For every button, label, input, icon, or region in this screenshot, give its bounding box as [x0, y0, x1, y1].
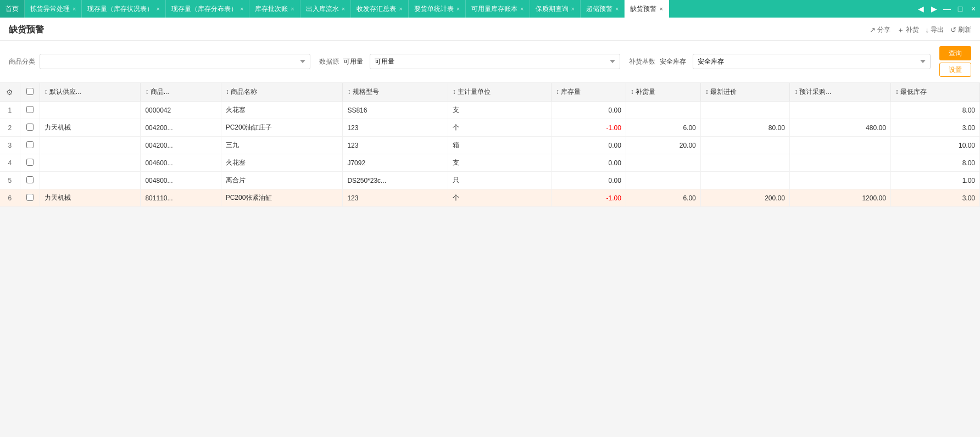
- tab-close-7[interactable]: ×: [456, 5, 460, 12]
- tab-item-4[interactable]: 库存批次账×: [249, 0, 300, 18]
- row-checkbox-5[interactable]: [26, 194, 34, 201]
- share-button[interactable]: ↗ 分享: [870, 25, 890, 35]
- cell-product-name: 火花塞: [221, 154, 343, 172]
- tab-close-10[interactable]: ×: [615, 5, 619, 12]
- main-content: 缺货预警 ↗ 分享 ＋ 补货 ↓ 导出 ↺ 刷新 商品分类: [0, 18, 980, 207]
- tab-item-5[interactable]: 出入库流水×: [300, 0, 351, 18]
- tab-item-9[interactable]: 保质期查询×: [530, 0, 581, 18]
- tab-close-11[interactable]: ×: [659, 5, 662, 12]
- window-close[interactable]: ×: [967, 0, 980, 18]
- th-latest-price[interactable]: ↕ 最新进价: [700, 83, 789, 102]
- restock-base-filter: 补货基数 安全库存 安全库存: [629, 54, 931, 69]
- tab-item-6[interactable]: 收发存汇总表×: [351, 0, 408, 18]
- window-minimize[interactable]: —: [940, 0, 954, 18]
- commodity-class-label: 商品分类: [9, 57, 35, 66]
- tab-close-5[interactable]: ×: [342, 5, 345, 12]
- tab-item-8[interactable]: 可用量库存账本×: [466, 0, 530, 18]
- th-estimated-purchase[interactable]: ↕ 预计采购...: [789, 83, 890, 102]
- cell-unit: 支: [448, 102, 551, 119]
- th-stock[interactable]: ↕ 库存量: [551, 83, 626, 102]
- th-product-code-label: 商品...: [151, 88, 169, 96]
- tab-scroll-next[interactable]: ▶: [927, 0, 940, 18]
- cell-estimated-purchase: 1200.00: [789, 189, 890, 207]
- restock-base-select[interactable]: 安全库存: [693, 54, 931, 69]
- restock-button[interactable]: ＋ 补货: [897, 25, 919, 35]
- cell-estimated-purchase: [789, 137, 890, 154]
- column-settings-icon[interactable]: ⚙: [6, 88, 13, 97]
- th-restock-qty[interactable]: ↕ 补货量: [626, 83, 700, 102]
- cell-restock-qty: 6.00: [626, 119, 700, 137]
- tab-close-2[interactable]: ×: [156, 5, 159, 12]
- tab-item-10[interactable]: 超储预警×: [581, 0, 625, 18]
- th-settings: ⚙: [0, 83, 20, 102]
- tab-close-4[interactable]: ×: [291, 5, 294, 12]
- tab-close-3[interactable]: ×: [240, 5, 243, 12]
- cell-stock: 0.00: [551, 137, 626, 154]
- settings-button[interactable]: 设置: [939, 63, 971, 77]
- tab-item-2[interactable]: 现存量（库存状况表）×: [82, 0, 165, 18]
- data-source-value: 可用量: [343, 57, 363, 66]
- cell-restock-qty: 6.00: [626, 189, 700, 207]
- cell-product-name: 火花塞: [221, 102, 343, 119]
- restock-base-value: 安全库存: [660, 57, 686, 66]
- tab-item-11[interactable]: 缺货预警×: [625, 0, 669, 18]
- th-product-name-label: 商品名称: [231, 88, 257, 96]
- th-unit[interactable]: ↕ 主计量单位: [448, 83, 551, 102]
- tab-item-3[interactable]: 现存量（库存分布表）×: [166, 0, 249, 18]
- cell-latest-price: 200.00: [700, 189, 789, 207]
- cell-unit: 箱: [448, 137, 551, 154]
- cell-product-name: 三九: [221, 137, 343, 154]
- commodity-class-select[interactable]: [40, 54, 310, 69]
- export-button[interactable]: ↓ 导出: [926, 25, 944, 35]
- header-actions: ↗ 分享 ＋ 补货 ↓ 导出 ↺ 刷新: [870, 25, 972, 35]
- select-all-checkbox[interactable]: [26, 88, 34, 95]
- cell-default-supplier: [40, 102, 141, 119]
- cell-spec: SS816: [343, 102, 448, 119]
- tab-close-8[interactable]: ×: [520, 5, 524, 12]
- tab-scroll-prev[interactable]: ◀: [914, 0, 927, 18]
- th-estimated-purchase-label: 预计采购...: [799, 88, 831, 96]
- th-spec[interactable]: ↕ 规格型号: [343, 83, 448, 102]
- cell-min-stock: 3.00: [890, 189, 979, 207]
- th-product-code[interactable]: ↕ 商品...: [141, 83, 221, 102]
- cell-spec: 123: [343, 119, 448, 137]
- window-maximize[interactable]: □: [954, 0, 967, 18]
- data-source-select[interactable]: 可用量: [370, 54, 621, 69]
- row-checkbox-4[interactable]: [26, 176, 34, 183]
- tab-close-9[interactable]: ×: [571, 5, 575, 12]
- cell-default-supplier: 力天机械: [40, 119, 141, 137]
- tab-item-7[interactable]: 要货单统计表×: [409, 0, 466, 18]
- th-product-name[interactable]: ↕ 商品名称: [221, 83, 343, 102]
- row-checkbox-2[interactable]: [26, 141, 34, 148]
- tab-item-0[interactable]: 首页: [0, 0, 25, 18]
- cell-unit: 个: [448, 119, 551, 137]
- th-default-supplier-label: 默认供应...: [49, 88, 81, 96]
- cell-product-code: 0000042: [141, 102, 221, 119]
- th-default-supplier[interactable]: ↕ 默认供应...: [40, 83, 141, 102]
- cell-default-supplier: [40, 154, 141, 172]
- row-checkbox-0[interactable]: [26, 106, 34, 113]
- cell-checkbox: [20, 189, 40, 207]
- refresh-button[interactable]: ↺ 刷新: [950, 25, 971, 35]
- cell-product-name: PC200油缸庄子: [221, 119, 343, 137]
- page-title: 缺货预警: [9, 24, 44, 36]
- row-checkbox-3[interactable]: [26, 159, 34, 166]
- cell-spec: 123: [343, 137, 448, 154]
- cell-latest-price: [700, 137, 789, 154]
- cell-row-num: 5: [0, 172, 20, 189]
- tab-item-1[interactable]: 拣货异常处理×: [25, 0, 82, 18]
- row-checkbox-1[interactable]: [26, 124, 34, 131]
- tab-close-6[interactable]: ×: [399, 5, 402, 12]
- cell-restock-qty: [626, 102, 700, 119]
- th-min-stock[interactable]: ↕ 最低库存: [890, 83, 979, 102]
- cell-min-stock: 3.00: [890, 119, 979, 137]
- cell-checkbox: [20, 137, 40, 154]
- share-icon: ↗: [870, 26, 876, 34]
- th-stock-label: 库存量: [561, 88, 581, 96]
- cell-spec: 123: [343, 189, 448, 207]
- cell-min-stock: 8.00: [890, 102, 979, 119]
- cell-latest-price: [700, 154, 789, 172]
- filter-actions: 查询 设置: [939, 46, 971, 77]
- query-button[interactable]: 查询: [939, 46, 971, 60]
- tab-close-1[interactable]: ×: [73, 5, 76, 12]
